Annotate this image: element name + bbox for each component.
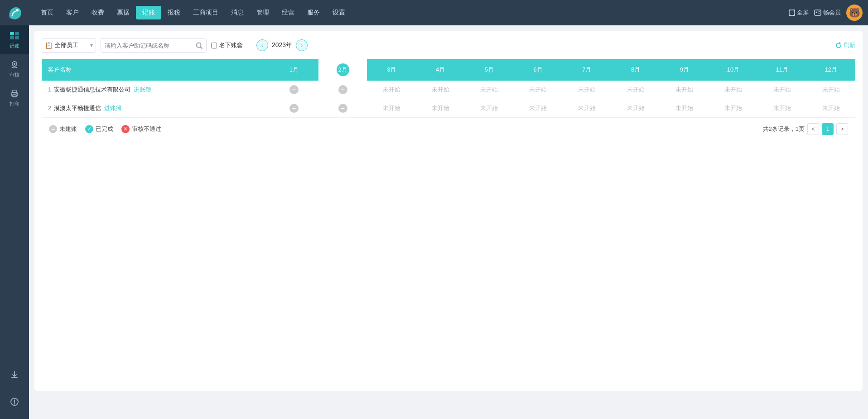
table-cell-month-12: 未开始 <box>806 99 855 118</box>
year-next-button[interactable]: › <box>296 39 308 51</box>
legend-not-passed: ✕ 审核不通过 <box>121 125 161 133</box>
row-num: 2 <box>48 105 51 111</box>
table-row: 1安徽畅捷通信息技术有限公司 进账簿−−未开始未开始未开始未开始未开始未开始未开… <box>42 81 855 99</box>
fullscreen-button[interactable]: 全屏 <box>789 9 809 17</box>
my-accounts-checkbox[interactable] <box>211 43 217 48</box>
row-num: 1 <box>48 86 51 93</box>
nav-settings[interactable]: 设置 <box>326 6 352 19</box>
fullscreen-label: 全屏 <box>797 9 809 17</box>
status-not-started: 未开始 <box>383 86 400 93</box>
th-month-8: 8月 <box>611 59 660 81</box>
nav-tax[interactable]: 报税 <box>161 6 187 19</box>
search-wrap <box>101 38 207 53</box>
legend-not-created-label: 未建账 <box>59 125 77 133</box>
legend-completed-label: 已完成 <box>96 125 113 133</box>
table-cell-month-5: 未开始 <box>465 81 514 99</box>
status-not-started: 未开始 <box>627 105 645 111</box>
table-cell-month-1: − <box>270 81 318 99</box>
nav-billing[interactable]: 收费 <box>85 6 111 19</box>
sidebar-item-print[interactable]: 打印 <box>0 83 29 112</box>
company-name: 安徽畅捷通信息技术有限公司 <box>54 86 130 93</box>
nav-customers[interactable]: 客户 <box>60 6 85 19</box>
nav-operations[interactable]: 经营 <box>275 6 301 19</box>
search-button[interactable] <box>192 38 206 53</box>
sidebar-item-audit[interactable]: 审核 <box>0 54 29 83</box>
table-cell-month-9: 未开始 <box>660 99 709 118</box>
status-not-started: 未开始 <box>432 105 449 111</box>
sidebar-item-bookkeeping[interactable]: 记账 <box>0 25 29 54</box>
svg-rect-1 <box>10 32 14 35</box>
legend-not-created-icon: − <box>49 125 57 133</box>
table-cell-month-12: 未开始 <box>806 81 855 99</box>
sidebar: 记账 审核 打印 <box>0 0 29 419</box>
th-month-6: 6月 <box>514 59 563 81</box>
nav-manage[interactable]: 管理 <box>250 6 275 19</box>
my-accounts-label[interactable]: 名下账套 <box>219 41 243 49</box>
status-not-started: 未开始 <box>627 86 645 93</box>
year-nav: ‹ 2023年 › <box>256 39 308 51</box>
nav-bizitems[interactable]: 工商项目 <box>187 6 225 19</box>
my-accounts-checkbox-wrap[interactable]: 名下账套 <box>211 41 243 49</box>
avatar[interactable]: 🐻 <box>846 5 863 21</box>
member-button[interactable]: 畅会员 <box>814 9 841 17</box>
nav-home[interactable]: 首页 <box>34 6 60 19</box>
nav-bookkeeping[interactable]: 记账 <box>136 6 161 19</box>
svg-rect-4 <box>15 36 19 39</box>
nav-invoices[interactable]: 票据 <box>111 6 136 19</box>
sidebar-audit-label: 审核 <box>10 72 19 78</box>
svg-rect-2 <box>15 32 19 35</box>
page-prev-button[interactable]: < <box>807 123 819 135</box>
year-prev-button[interactable]: ‹ <box>256 39 268 51</box>
th-month-9: 9月 <box>660 59 709 81</box>
page-next-button[interactable]: > <box>836 123 848 135</box>
table-cell-month-6: 未开始 <box>514 81 563 99</box>
sidebar-item-support[interactable] <box>0 389 29 414</box>
status-not-started: 未开始 <box>773 86 791 93</box>
status-dash-icon: − <box>289 85 299 94</box>
table-cell-month-8: 未开始 <box>611 81 660 99</box>
svg-point-10 <box>16 93 17 94</box>
topnav: 首页 客户 收费 票据 记账 报税 工商项目 消息 管理 经营 服务 设置 全屏 <box>29 0 868 25</box>
page-current-button[interactable]: 1 <box>822 123 834 135</box>
status-not-started: 未开始 <box>773 105 791 111</box>
employee-select-wrap[interactable]: 📋 全部员工 ▾ <box>42 38 96 53</box>
nav-messages[interactable]: 消息 <box>225 6 250 19</box>
th-month-7: 7月 <box>562 59 611 81</box>
refresh-label: 刷新 <box>844 41 855 49</box>
active-month-circle: 2月 <box>337 63 349 76</box>
print-icon <box>8 89 21 99</box>
table-cell-month-10: 未开始 <box>709 99 758 118</box>
status-not-started: 未开始 <box>822 105 840 111</box>
svg-rect-14 <box>815 10 821 15</box>
enter-ledger-link[interactable]: 进账簿 <box>104 105 122 111</box>
table-cell-month-5: 未开始 <box>465 99 514 118</box>
sidebar-item-download[interactable] <box>0 362 29 387</box>
table-body: 1安徽畅捷通信息技术有限公司 进账簿−−未开始未开始未开始未开始未开始未开始未开… <box>42 81 855 118</box>
search-input[interactable] <box>101 42 192 49</box>
enter-ledger-link[interactable]: 进账簿 <box>134 86 151 93</box>
audit-icon <box>8 60 21 70</box>
svg-point-15 <box>816 12 817 13</box>
status-dash-icon: − <box>338 85 347 94</box>
table-cell-month-8: 未开始 <box>611 99 660 118</box>
table-cell-month-9: 未开始 <box>660 81 709 99</box>
table-cell-month-4: 未开始 <box>416 99 465 118</box>
employee-select-arrow: ▾ <box>90 42 93 48</box>
table-cell-month-6: 未开始 <box>514 99 563 118</box>
toolbar: 📋 全部员工 ▾ 名下账套 <box>42 38 855 53</box>
legend-not-created: − 未建账 <box>49 125 77 133</box>
nav-services[interactable]: 服务 <box>301 6 326 19</box>
company-name: 漠澳太平畅捷通信 <box>54 105 101 111</box>
refresh-button[interactable]: 刷新 <box>835 41 855 49</box>
svg-rect-3 <box>10 36 14 39</box>
status-not-started: 未开始 <box>578 86 596 93</box>
th-month-1: 1月 <box>270 59 318 81</box>
bookkeeping-icon <box>8 31 21 41</box>
status-not-started: 未开始 <box>480 105 498 111</box>
table-row: 2漠澳太平畅捷通信 进账簿−−未开始未开始未开始未开始未开始未开始未开始未开始未… <box>42 99 855 118</box>
status-not-started: 未开始 <box>383 105 400 111</box>
table-cell-month-2: − <box>318 99 367 118</box>
sidebar-bottom <box>0 362 29 419</box>
table-cell-month-11: 未开始 <box>757 99 806 118</box>
th-month-11: 11月 <box>757 59 806 81</box>
